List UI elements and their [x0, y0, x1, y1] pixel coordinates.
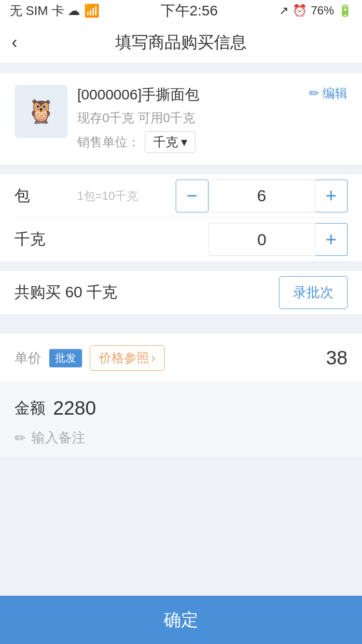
- alarm-icon: ⏰: [292, 4, 307, 17]
- price-left: 单价 批发 价格参照 ›: [14, 345, 165, 371]
- product-unit: 销售单位： 千克 ▾: [77, 131, 348, 153]
- confirm-button[interactable]: 确定: [0, 596, 362, 644]
- amount-row: 金额 2280: [14, 397, 348, 419]
- status-bar: 无 SIM 卡 ☁ 📶 下午2:56 ↗ ⏰ 76% 🔋: [0, 0, 362, 21]
- package-minus-button[interactable]: −: [176, 180, 209, 212]
- product-thumb-icon: 🦉: [27, 98, 56, 125]
- page-title: 填写商品购买信息: [115, 31, 247, 54]
- edit-button[interactable]: ✏ 编辑: [309, 85, 348, 102]
- unit-select[interactable]: 千克 ▾: [145, 131, 195, 153]
- package-row: 包 1包=10千克 − +: [14, 174, 348, 218]
- product-thumbnail: 🦉: [14, 85, 68, 138]
- price-label: 单价: [14, 349, 42, 367]
- package-controls: − +: [176, 180, 348, 212]
- unit-value: 千克: [153, 134, 178, 151]
- summary-section: 共购买 60 千克 录批次: [0, 271, 362, 314]
- kg-row: 千克 +: [14, 218, 348, 261]
- kg-label: 千克: [14, 229, 72, 250]
- summary-text: 共购买 60 千克: [14, 282, 279, 303]
- kg-plus-button[interactable]: +: [315, 223, 348, 256]
- price-ref-icon: ›: [151, 350, 155, 365]
- product-info: [0000006]手撕面包 ✏ 编辑 现存0千克 可用0千克 销售单位： 千克 …: [77, 85, 348, 153]
- nav-bar: ‹ 填写商品购买信息: [0, 21, 362, 64]
- wifi-icon: 📶: [84, 3, 99, 18]
- status-left: 无 SIM 卡 ☁ 📶: [10, 2, 99, 19]
- section-divider-2: [0, 314, 362, 324]
- amount-label: 金额: [14, 398, 45, 419]
- location-icon: ↗: [279, 4, 289, 17]
- kg-input[interactable]: [209, 223, 315, 256]
- package-hint: 1包=10千克: [77, 188, 176, 204]
- edit-icon: ✏: [309, 86, 320, 101]
- amount-value: 2280: [53, 397, 96, 419]
- product-stock: 现存0千克 可用0千克: [77, 110, 348, 126]
- package-label: 包: [14, 185, 72, 207]
- remark-placeholder: 输入备注: [31, 429, 85, 447]
- battery-text: 76%: [311, 4, 334, 17]
- price-row: 单价 批发 价格参照 › 38: [14, 345, 348, 371]
- dropdown-icon: ▾: [181, 135, 187, 150]
- price-section: 单价 批发 价格参照 › 38: [0, 334, 362, 383]
- product-name: [0000006]手撕面包: [77, 85, 199, 105]
- package-input[interactable]: [209, 180, 315, 212]
- package-plus-button[interactable]: +: [315, 180, 348, 212]
- input-section: 包 1包=10千克 − + 千克 +: [0, 174, 362, 261]
- edit-label: 编辑: [322, 85, 348, 102]
- status-time: 下午2:56: [161, 1, 218, 21]
- status-right: ↗ ⏰ 76% 🔋: [279, 4, 352, 17]
- price-value: 38: [326, 347, 348, 369]
- spacer: [0, 457, 362, 602]
- back-button[interactable]: ‹: [12, 32, 17, 53]
- section-divider-1: [0, 165, 362, 174]
- price-ref-button[interactable]: 价格参照 ›: [90, 345, 165, 371]
- batch-button[interactable]: 录批次: [279, 276, 348, 309]
- sim-status: 无 SIM 卡 ☁: [10, 2, 80, 19]
- pencil-icon: ✏: [14, 430, 26, 446]
- price-tag: 批发: [49, 349, 82, 367]
- price-ref-label: 价格参照: [99, 350, 149, 366]
- amount-section: 金额 2280 ✏ 输入备注: [0, 383, 362, 457]
- battery-icon: 🔋: [338, 4, 352, 17]
- remark-row[interactable]: ✏ 输入备注: [14, 429, 348, 447]
- unit-label: 销售单位：: [77, 134, 140, 151]
- product-card: 🦉 [0000006]手撕面包 ✏ 编辑 现存0千克 可用0千克 销售单位： 千…: [0, 73, 362, 165]
- kg-controls: +: [209, 223, 348, 256]
